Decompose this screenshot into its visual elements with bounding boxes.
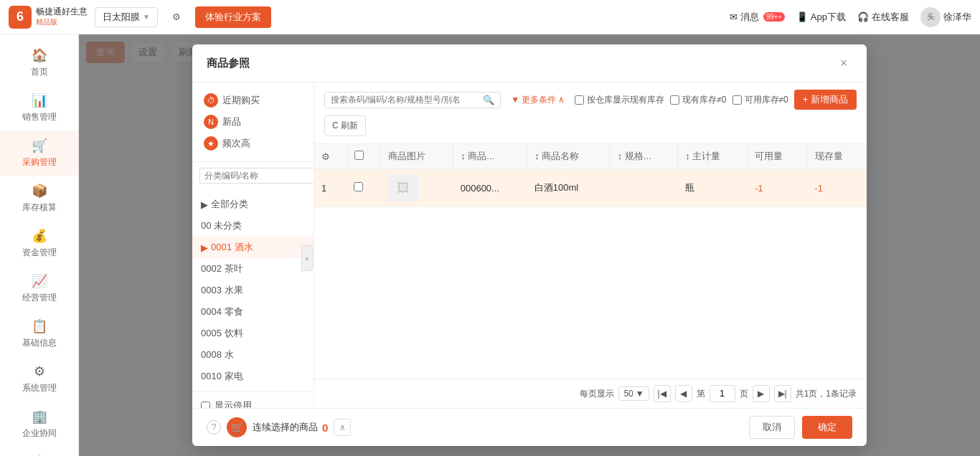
close-button[interactable]: × [835, 54, 852, 72]
category-search-input[interactable] [199, 168, 314, 184]
product-table-area[interactable]: ⚙ 商品图片 ↕ 商品... ↕ 商品名称 [314, 144, 867, 379]
row-code: 000600... [453, 169, 527, 207]
col-name[interactable]: ↕ 商品名称 [527, 144, 610, 169]
modal-header: 商品参照 × [192, 44, 867, 82]
col-checkbox[interactable] [347, 144, 380, 169]
footer-right: 取消 确定 [749, 416, 852, 439]
sidebar-item-purchase[interactable]: 🛒 采购管理 [0, 130, 78, 176]
high-frequency-filter[interactable]: ★ 频次高 [199, 133, 306, 154]
refresh-button[interactable]: C 刷新 [324, 115, 366, 136]
help-icon[interactable]: ? [207, 420, 221, 434]
sales-icon: 📊 [32, 92, 47, 108]
col-code[interactable]: ↕ 商品... [453, 144, 527, 169]
category-item-all[interactable]: ▶ 全部分类 [192, 194, 314, 215]
sidebar-item-inventory[interactable]: 📦 库存核算 [0, 176, 78, 221]
prev-page-button[interactable]: ◀ [675, 385, 692, 402]
cart-icon: 🛒 [227, 417, 247, 437]
table-header-row: ⚙ 商品图片 ↕ 商品... ↕ 商品名称 [314, 144, 867, 169]
category-search-row: 🔍 [192, 162, 314, 189]
experience-button[interactable]: 体验行业方案 [195, 6, 271, 28]
add-product-button[interactable]: + 新增商品 [794, 90, 857, 110]
sidebar-item-sales[interactable]: 📊 销售管理 [0, 85, 78, 130]
collapse-panel-button[interactable]: « [301, 245, 313, 271]
confirm-button[interactable]: 确定 [802, 416, 852, 439]
category-item-tea[interactable]: 0002 茶叶 [192, 258, 314, 280]
product-search-input[interactable] [331, 95, 480, 105]
category-item-unclassified[interactable]: 00 未分类 [192, 215, 314, 237]
messages-nav-item[interactable]: ✉ 消息 99++ [730, 11, 785, 24]
settings-icon[interactable]: ⚙ [165, 6, 188, 29]
col-unit[interactable]: ↕ 主计量 [678, 144, 748, 169]
system-icon: ⚙ [34, 364, 45, 379]
available-nonzero-filter-label[interactable]: 可用库存≠0 [732, 94, 788, 106]
inventory-icon: 📦 [32, 183, 47, 199]
product-image: 🖼 [387, 175, 419, 201]
modal-footer: ? 🛒 连续选择的商品 0 ∧ 取消 确定 [192, 408, 867, 446]
product-reference-modal: 商品参照 × ⏱ 近期购买 N [192, 44, 867, 446]
warehouse-filter-checkbox[interactable] [575, 95, 584, 105]
category-item-appliance[interactable]: 0010 家电 [192, 366, 314, 387]
col-spec[interactable]: ↕ 规格... [610, 144, 677, 169]
last-page-button[interactable]: ▶| [774, 385, 791, 402]
filter-icon: ▼ [511, 95, 519, 105]
category-item-fruit[interactable]: 0003 水果 [192, 280, 314, 301]
category-item-liquor[interactable]: ▶ 0001 酒水 [192, 237, 314, 258]
display-disabled-checkbox[interactable] [201, 402, 210, 409]
online-service-nav-item[interactable]: 🎧 在线客服 [857, 11, 909, 24]
next-page-button[interactable]: ▶ [753, 385, 770, 402]
page-size-selector[interactable]: 50 ▼ [618, 386, 649, 401]
main-content: 查询 设置 刷新 商品参照 × [79, 34, 980, 456]
table-row[interactable]: 1 🖼 000600... 白酒100ml 瓶 [314, 169, 867, 207]
page-size-arrow: ▼ [636, 389, 644, 399]
sidebar-item-home[interactable]: 🏠 首页 [0, 40, 78, 85]
sidebar-item-basic-info[interactable]: 📋 基础信息 [0, 311, 78, 356]
home-icon: 🏠 [32, 47, 47, 63]
row-checkbox[interactable] [354, 182, 363, 191]
product-panel: 🔍 ▼ 更多条件 ∧ 按仓库显示现有库存 [314, 82, 867, 408]
main-layout: 🏠 首页 📊 销售管理 🛒 采购管理 📦 库存核算 💰 资金管理 📈 经营管理 … [0, 34, 980, 456]
sidebar-item-enterprise[interactable]: 🏢 企业协同 [0, 402, 78, 447]
available-nonzero-checkbox[interactable] [732, 95, 742, 105]
warehouse-filter-label[interactable]: 按仓库显示现有库存 [575, 94, 664, 106]
sidebar-item-guide[interactable]: 🌟 新手引导 [0, 447, 78, 456]
col-settings[interactable]: ⚙ [314, 144, 347, 169]
branch-selector[interactable]: 日太阳膜 ▼ [95, 7, 158, 27]
page-number-input[interactable] [710, 385, 735, 402]
sidebar-item-finance[interactable]: 💰 资金管理 [0, 221, 78, 266]
row-stock: -1 [807, 169, 867, 207]
sidebar-item-system[interactable]: ⚙ 系统管理 [0, 356, 78, 402]
category-item-snack[interactable]: 0004 零食 [192, 301, 314, 323]
headset-icon: 🎧 [857, 11, 869, 22]
row-index: 1 [314, 169, 347, 207]
collapse-selected-button[interactable]: ∧ [334, 419, 351, 436]
clock-icon: ⏱ [204, 93, 218, 108]
sidebar-item-operations[interactable]: 📈 经营管理 [0, 266, 78, 311]
row-checkbox-cell[interactable] [347, 169, 380, 207]
modal-title: 商品参照 [207, 57, 250, 70]
row-name: 白酒100ml [527, 169, 610, 207]
new-product-filter[interactable]: N 新品 [199, 111, 306, 133]
logo: 6 畅捷通好生意 精品版 [9, 6, 88, 29]
app-download-nav-item[interactable]: 📱 App下载 [796, 11, 846, 24]
category-item-water[interactable]: 0008 水 [192, 344, 314, 366]
category-item-beverage[interactable]: 0005 饮料 [192, 323, 314, 344]
col-available: 可用量 [748, 144, 807, 169]
recent-purchase-filter[interactable]: ⏱ 近期购买 [199, 90, 306, 111]
product-toolbar: 🔍 ▼ 更多条件 ∧ 按仓库显示现有库存 [314, 82, 867, 144]
logo-text: 畅捷通好生意 精品版 [36, 6, 88, 28]
first-page-button[interactable]: |◀ [654, 385, 671, 402]
search-icon[interactable]: 🔍 [483, 95, 494, 105]
row-image-cell: 🖼 [380, 169, 453, 207]
purchase-icon: 🛒 [32, 138, 47, 153]
stock-nonzero-checkbox[interactable] [670, 95, 679, 105]
row-available: -1 [748, 169, 807, 207]
cancel-button[interactable]: 取消 [749, 416, 795, 439]
more-filters-button[interactable]: ▼ 更多条件 ∧ [507, 92, 569, 108]
quick-filters: ⏱ 近期购买 N 新品 ★ 频次高 [192, 90, 314, 162]
stock-nonzero-filter-label[interactable]: 现有库存≠0 [670, 94, 726, 106]
user-nav-item[interactable]: 头 徐泽华 [920, 7, 971, 27]
select-all-checkbox[interactable] [354, 151, 364, 160]
pagination: 每页显示 50 ▼ |◀ ◀ 第 页 ▶ ▶| 共 [314, 379, 867, 408]
enterprise-icon: 🏢 [32, 409, 47, 424]
product-table: ⚙ 商品图片 ↕ 商品... ↕ 商品名称 [314, 144, 867, 207]
